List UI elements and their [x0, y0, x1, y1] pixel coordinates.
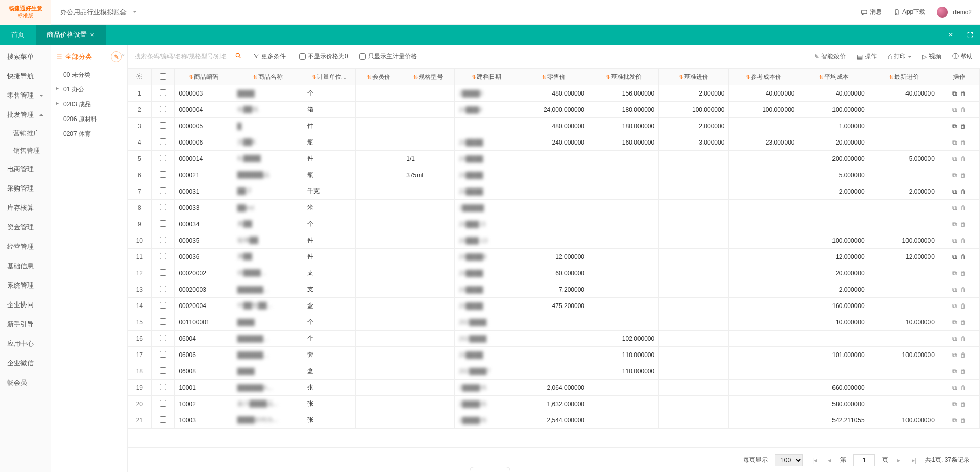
col-header[interactable]: ⇅商品编码 [175, 69, 233, 85]
row-copy-icon[interactable]: ⧉ [952, 400, 957, 408]
sidebar-item[interactable]: 零售管理 [0, 86, 51, 105]
table-row[interactable]: 11000036测██件20████812.00000012.00000012.… [128, 249, 980, 265]
row-copy-icon[interactable]: ⧉ [952, 106, 957, 113]
row-copy-icon[interactable]: ⧉ [952, 155, 957, 162]
row-delete-icon[interactable]: 🗑 [960, 139, 966, 146]
row-delete-icon[interactable]: 🗑 [960, 155, 966, 162]
col-header[interactable]: ⇅参考成本价 [729, 69, 799, 85]
row-delete-icon[interactable]: 🗑 [960, 400, 966, 408]
table-row[interactable]: 2010002扬力████品...张2████051,632.000000580… [128, 396, 980, 412]
sidebar-item[interactable]: 经营管理 [0, 237, 51, 256]
row-copy-icon[interactable]: ⧉ [952, 204, 957, 211]
row-delete-icon[interactable]: 🗑 [960, 221, 966, 228]
sidebar-subitem[interactable]: 销售管理 [0, 142, 51, 159]
row-copy-icon[interactable]: ⧉ [952, 286, 957, 293]
tree-node[interactable]: 0206 原材料 [53, 112, 125, 127]
row-checkbox[interactable] [160, 400, 166, 407]
select-all-checkbox[interactable] [160, 73, 166, 80]
table-row[interactable]: 1606004██████...个202████102.000000⧉🗑 [128, 331, 980, 347]
row-checkbox[interactable] [160, 89, 166, 96]
col-header[interactable]: ⇅基准批发价 [589, 69, 659, 85]
row-checkbox[interactable] [160, 286, 166, 292]
sidebar-item[interactable]: 应用中心 [0, 334, 51, 353]
table-row[interactable]: 50000014杜████件1/120████200.0000005.00000… [128, 151, 980, 167]
sidebar-item[interactable]: 畅会员 [0, 373, 51, 392]
app-download-button[interactable]: App下载 [893, 8, 925, 16]
row-delete-icon[interactable]: 🗑 [960, 368, 966, 375]
row-delete-icon[interactable]: 🗑 [960, 351, 966, 359]
row-delete-icon[interactable]: 🗑 [960, 253, 966, 261]
row-copy-icon[interactable]: ⧉ [952, 417, 957, 424]
row-checkbox[interactable] [160, 155, 166, 161]
row-checkbox[interactable] [160, 416, 166, 423]
tabs-close-all[interactable]: ✕ [941, 25, 961, 45]
tab-price-settings[interactable]: 商品价格设置 ✕ [36, 25, 106, 45]
page-input[interactable] [853, 454, 875, 466]
table-row[interactable]: 6000021██████品瓶375mL20████5.000000⧉🗑 [128, 167, 980, 183]
table-row[interactable]: 1706006██████...套20████110.000000101.000… [128, 347, 980, 363]
table-row[interactable]: 30000005█件480.000000180.0000002.0000001.… [128, 118, 980, 134]
table-row[interactable]: 7000031██子千克20████2.0000002.000000⧉🗑 [128, 183, 980, 200]
row-copy-icon[interactable]: ⧉ [952, 270, 957, 277]
row-copy-icon[interactable]: ⧉ [952, 319, 957, 326]
sidebar-item[interactable]: 基础信息 [0, 256, 51, 276]
gear-icon[interactable] [136, 73, 143, 80]
user-menu[interactable]: demo2 [937, 7, 972, 18]
tree-title[interactable]: 全部分类 [65, 52, 92, 61]
col-header[interactable]: 操作 [939, 69, 979, 85]
page-size-select[interactable]: 100 [775, 454, 803, 466]
row-checkbox[interactable] [160, 204, 166, 210]
first-page[interactable]: |◂ [810, 457, 819, 464]
col-header[interactable] [128, 69, 152, 85]
last-page[interactable]: ▸| [910, 457, 918, 464]
col-header[interactable]: ⇅规格型号 [402, 69, 455, 85]
messages-button[interactable]: 消息 [861, 8, 882, 16]
table-row[interactable]: 10000035玻璃██件20███-13100.000000100.00000… [128, 232, 980, 249]
table-row[interactable]: 1910001██████A...张2████052,064.000000660… [128, 380, 980, 396]
row-delete-icon[interactable]: 🗑 [960, 188, 966, 195]
tree-node[interactable]: 01 办公 [53, 82, 125, 97]
smart-reprice-button[interactable]: ✎智能改价 [814, 52, 846, 61]
row-delete-icon[interactable]: 🗑 [960, 90, 966, 97]
row-copy-icon[interactable]: ⧉ [952, 90, 957, 97]
table-row[interactable]: 10000003████个2████0480.000000156.0000002… [128, 85, 980, 102]
col-header[interactable]: ⇅计量单位... [303, 69, 355, 85]
row-delete-icon[interactable]: 🗑 [960, 335, 966, 342]
row-delete-icon[interactable]: 🗑 [960, 172, 966, 179]
row-copy-icon[interactable]: ⧉ [952, 221, 957, 228]
row-checkbox[interactable] [160, 220, 166, 227]
more-filters[interactable]: 更多条件 [253, 52, 288, 61]
row-delete-icon[interactable]: 🗑 [960, 106, 966, 113]
tree-node[interactable]: 0207 体育 [53, 127, 125, 141]
sidebar-item[interactable]: 采购管理 [0, 179, 51, 198]
col-header[interactable]: ⇅建档日期 [455, 69, 519, 85]
table-row[interactable]: 40000006洗██K瓶20████240.000000160.0000003… [128, 134, 980, 151]
sidebar-item[interactable]: 搜索菜单 [0, 47, 51, 66]
sidebar-item[interactable]: 企业微信 [0, 353, 51, 373]
row-copy-icon[interactable]: ⧉ [952, 335, 957, 342]
row-copy-icon[interactable]: ⧉ [952, 172, 957, 179]
print-button[interactable]: ⎙打印 [888, 52, 911, 61]
row-delete-icon[interactable]: 🗑 [960, 286, 966, 293]
search-input[interactable] [135, 51, 242, 62]
row-delete-icon[interactable]: 🗑 [960, 319, 966, 326]
row-copy-icon[interactable]: ⧉ [952, 351, 957, 359]
table-row[interactable]: 15001100001████个202████10.00000010.00000… [128, 314, 980, 331]
sidebar-item[interactable]: 库存核算 [0, 198, 51, 218]
sidebar-subitem[interactable]: 营销推广 [0, 125, 51, 142]
row-checkbox[interactable] [160, 384, 166, 390]
row-delete-icon[interactable]: 🗑 [960, 302, 966, 310]
row-checkbox[interactable] [160, 367, 166, 374]
sidebar-item[interactable]: 企业协同 [0, 295, 51, 315]
row-checkbox[interactable] [160, 335, 166, 341]
row-copy-icon[interactable]: ⧉ [952, 188, 957, 195]
operations-button[interactable]: ▤操作 [857, 52, 877, 61]
sidebar-item[interactable]: 快捷导航 [0, 66, 51, 86]
tree-node[interactable]: 00 未分类 [53, 67, 125, 82]
help-button[interactable]: ⓘ帮助 [952, 52, 973, 61]
hide-zero-checkbox[interactable]: 不显示价格为0 [299, 52, 348, 61]
row-checkbox[interactable] [160, 171, 166, 178]
sidebar-item[interactable]: 批发管理 [0, 105, 51, 125]
row-checkbox[interactable] [160, 253, 166, 259]
account-select[interactable]: 办公用品行业模拟账套 [60, 8, 127, 17]
